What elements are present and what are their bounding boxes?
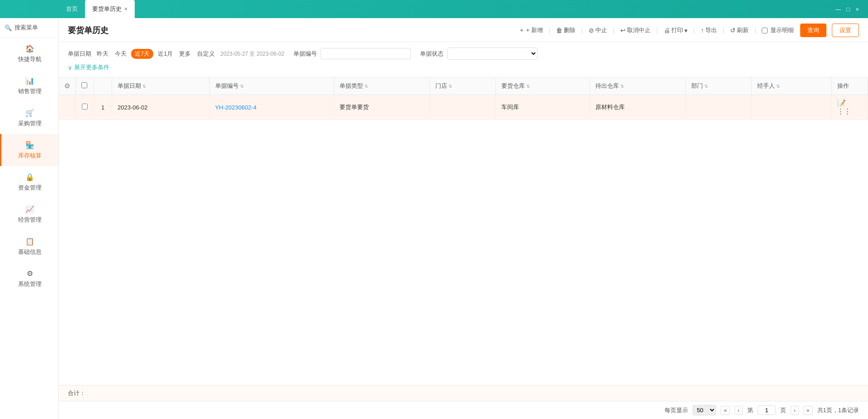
sort-pending-warehouse-icon[interactable]: ⇅ bbox=[620, 84, 624, 89]
row-store-cell bbox=[430, 95, 496, 120]
suspend-button[interactable]: ⊘ 中止 bbox=[588, 24, 608, 36]
sort-doc-date-icon[interactable]: ⇅ bbox=[142, 84, 146, 89]
select-all-checkbox[interactable] bbox=[81, 82, 87, 88]
first-page-btn[interactable]: « bbox=[721, 406, 730, 415]
sidebar-item-basic-info-label: 基础信息 bbox=[18, 248, 42, 256]
maximize-btn[interactable]: □ bbox=[847, 6, 850, 13]
delete-button[interactable]: 🗑 删除 bbox=[555, 24, 576, 36]
sidebar-item-operations[interactable]: 📈 经营管理 bbox=[0, 198, 58, 230]
cancel-suspend-button[interactable]: ↩ 取消中止 bbox=[619, 24, 651, 36]
col-handler[interactable]: 经手人 ⇅ bbox=[752, 77, 832, 95]
divider-3 bbox=[613, 27, 614, 34]
row-doc-no-cell: YH-20230602-4 bbox=[209, 95, 334, 120]
print-button[interactable]: 🖨 打印 ▾ bbox=[663, 24, 689, 36]
last-page-btn[interactable]: » bbox=[803, 406, 813, 415]
row-doc-no-link[interactable]: YH-20230602-4 bbox=[215, 104, 257, 111]
table-settings-icon[interactable]: ⚙ bbox=[64, 82, 70, 90]
date-filter-group: 单据日期 昨天 今天 近7天 近1月 更多 自定义 2023-05-27 至 2… bbox=[68, 49, 284, 59]
inventory-icon: 🏪 bbox=[25, 140, 34, 149]
show-detail-checkbox[interactable] bbox=[762, 28, 768, 33]
tab-home[interactable]: 首页 bbox=[59, 0, 85, 18]
sidebar-item-sales[interactable]: 📊 销售管理 bbox=[0, 70, 58, 102]
new-button[interactable]: ＋ + 新增 bbox=[518, 24, 544, 36]
refresh-label: 刷新 bbox=[737, 26, 749, 34]
row-more-btn[interactable]: ⋮⋮ bbox=[837, 107, 851, 115]
expand-more-btn[interactable]: ∨ 展开更多条件 bbox=[68, 63, 859, 71]
tab-home-label: 首页 bbox=[66, 5, 78, 13]
next-page-btn[interactable]: › bbox=[791, 406, 799, 415]
go-page-label: 第 bbox=[747, 406, 753, 414]
sidebar-item-system-label: 系统管理 bbox=[18, 280, 42, 288]
sales-icon: 📊 bbox=[25, 76, 34, 85]
date-option-today[interactable]: 今天 bbox=[113, 49, 128, 59]
tab-requisition-history[interactable]: 要货单历史 × bbox=[85, 0, 135, 18]
docno-filter-group: 单据编号 bbox=[293, 48, 411, 59]
export-button[interactable]: ↑ 导出 bbox=[700, 24, 718, 36]
sort-req-warehouse-icon[interactable]: ⇅ bbox=[526, 84, 530, 89]
date-option-1month[interactable]: 近1月 bbox=[156, 49, 175, 59]
row-checkbox[interactable] bbox=[82, 104, 88, 110]
status-filter-group: 单据状态 bbox=[420, 48, 538, 60]
col-pending-warehouse[interactable]: 待出仓库 ⇅ bbox=[590, 77, 685, 95]
close-btn[interactable]: × bbox=[855, 6, 859, 13]
purchase-icon: 🛒 bbox=[25, 108, 34, 117]
sort-doc-type-icon[interactable]: ⇅ bbox=[364, 84, 368, 89]
col-checkbox bbox=[76, 77, 94, 95]
date-option-7days[interactable]: 近7天 bbox=[131, 49, 153, 59]
col-req-warehouse-label: 要货仓库 bbox=[501, 82, 525, 90]
sidebar-item-basic-info[interactable]: 📋 基础信息 bbox=[0, 230, 58, 262]
query-button[interactable]: 查询 bbox=[800, 24, 826, 37]
pagination-bar: 每页显示 10 20 50 100 « ‹ 第 页 › » 共1页，1条记录 bbox=[59, 401, 868, 419]
row-req-warehouse-cell: 车间库 bbox=[496, 95, 590, 120]
sort-store-icon[interactable]: ⇅ bbox=[448, 84, 452, 89]
suspend-icon: ⊘ bbox=[589, 27, 594, 34]
filter-area: 单据日期 昨天 今天 近7天 近1月 更多 自定义 2023-05-27 至 2… bbox=[59, 42, 868, 77]
col-req-warehouse[interactable]: 要货仓库 ⇅ bbox=[496, 77, 590, 95]
col-doc-date[interactable]: 单据日期 ⇅ bbox=[112, 77, 210, 95]
table-row: 1 2023-06-02 YH-20230602-4 要货单要货 车间库 原材料… bbox=[59, 95, 868, 120]
page-size-select[interactable]: 10 20 50 100 bbox=[693, 405, 716, 415]
delete-label: 删除 bbox=[564, 26, 576, 34]
col-store[interactable]: 门店 ⇅ bbox=[430, 77, 496, 95]
tab-close-icon[interactable]: × bbox=[124, 6, 127, 12]
date-option-custom[interactable]: 自定义 bbox=[195, 49, 217, 59]
prev-page-btn[interactable]: ‹ bbox=[735, 406, 743, 415]
sidebar-item-finance[interactable]: 🔒 资金管理 bbox=[0, 166, 58, 198]
settings-button[interactable]: 设置 bbox=[832, 24, 859, 37]
page-header: 要货单历史 ＋ + 新增 🗑 删除 ⊘ 中止 bbox=[59, 18, 868, 42]
finance-icon: 🔒 bbox=[25, 172, 34, 181]
sidebar-item-inventory[interactable]: 🏪 库存核算 bbox=[0, 134, 58, 166]
row-edit-btn[interactable]: 📝 bbox=[837, 99, 846, 107]
row-checkbox-cell[interactable] bbox=[76, 95, 94, 120]
sidebar-search-label: 搜索菜单 bbox=[14, 24, 38, 32]
row-doc-date-cell: 2023-06-02 bbox=[112, 95, 210, 120]
status-select[interactable] bbox=[447, 48, 538, 60]
page-input[interactable] bbox=[758, 405, 776, 415]
col-doc-type-label: 单据类型 bbox=[340, 82, 363, 90]
sidebar-item-system[interactable]: ⚙ 系统管理 bbox=[0, 262, 58, 295]
window-controls: — □ × bbox=[835, 6, 868, 13]
refresh-button[interactable]: ↺ 刷新 bbox=[729, 24, 750, 36]
sort-handler-icon[interactable]: ⇅ bbox=[776, 84, 780, 89]
sort-doc-no-icon[interactable]: ⇅ bbox=[240, 84, 244, 89]
col-doc-type[interactable]: 单据类型 ⇅ bbox=[334, 77, 430, 95]
col-doc-no[interactable]: 单据编号 ⇅ bbox=[209, 77, 334, 95]
sidebar-item-quick-nav-label: 快捷导航 bbox=[18, 55, 42, 63]
date-range-display: 2023-05-27 至 2023-06-02 bbox=[220, 50, 284, 58]
docno-input[interactable] bbox=[321, 48, 411, 59]
minimize-btn[interactable]: — bbox=[835, 6, 841, 13]
sort-department-icon[interactable]: ⇅ bbox=[704, 84, 708, 89]
date-option-yesterday[interactable]: 昨天 bbox=[95, 49, 110, 59]
sidebar-search[interactable]: 🔍 搜索菜单 bbox=[0, 18, 58, 38]
date-option-more[interactable]: 更多 bbox=[177, 49, 193, 59]
divider-4 bbox=[657, 27, 657, 34]
col-settings[interactable]: ⚙ bbox=[59, 77, 76, 95]
col-pending-warehouse-label: 待出仓库 bbox=[595, 82, 619, 90]
table-header-row: ⚙ 单据日期 ⇅ bbox=[59, 77, 868, 95]
system-icon: ⚙ bbox=[25, 269, 34, 278]
col-department[interactable]: 部门 ⇅ bbox=[686, 77, 752, 95]
sidebar-item-quick-nav[interactable]: 🏠 快捷导航 bbox=[0, 38, 58, 70]
show-detail-toggle[interactable]: 显示明细 bbox=[761, 24, 795, 36]
row-settings-cell bbox=[59, 95, 76, 120]
sidebar-item-purchase[interactable]: 🛒 采购管理 bbox=[0, 102, 58, 134]
